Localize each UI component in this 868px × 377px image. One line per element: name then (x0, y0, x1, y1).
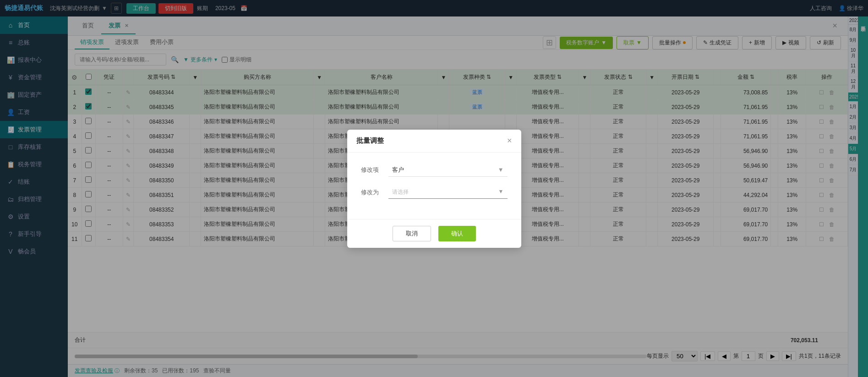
modal-value-row: 修改为 请选择 ▼ (361, 186, 508, 199)
modal-value-select[interactable]: 请选择 ▼ (388, 186, 508, 199)
modal-cancel-btn[interactable]: 取消 (393, 226, 431, 241)
modal-confirm-btn[interactable]: 确认 (438, 226, 476, 241)
modal-field-row: 修改项 客户 ▼ (361, 164, 508, 177)
modal-title: 批量调整 (356, 137, 384, 145)
modal-close-btn[interactable]: × (507, 136, 512, 146)
modal-overlay[interactable]: 批量调整 × 修改项 客户 ▼ 修改为 请选择 ▼ 取消 确认 (0, 0, 868, 377)
batch-adjust-modal: 批量调整 × 修改项 客户 ▼ 修改为 请选择 ▼ 取消 确认 (347, 130, 521, 248)
modal-value-label: 修改为 (361, 188, 388, 197)
modal-field-select[interactable]: 客户 ▼ (388, 164, 508, 177)
modal-footer: 取消 确认 (347, 219, 521, 248)
modal-field-label: 修改项 (361, 166, 388, 174)
modal-value-placeholder: 请选择 (392, 188, 409, 196)
value-dropdown-icon: ▼ (498, 188, 504, 196)
field-dropdown-icon: ▼ (498, 166, 504, 173)
modal-header: 批量调整 × (347, 130, 521, 153)
modal-field-value: 客户 (392, 166, 404, 174)
modal-body: 修改项 客户 ▼ 修改为 请选择 ▼ (347, 153, 521, 219)
